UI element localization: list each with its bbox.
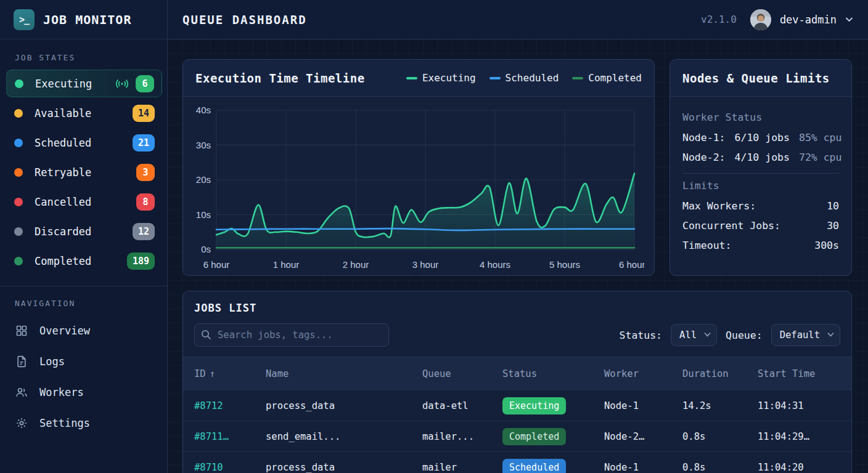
column-header-worker[interactable]: Worker	[604, 368, 682, 379]
sidebar: JOB STATES Executing 6 Available 14 Sche…	[0, 39, 168, 473]
state-count-badge: 6	[136, 75, 154, 92]
nodes-limits-card: Nodes & Queue Limits Worker Status Node-…	[669, 59, 852, 276]
state-color-dot	[14, 227, 23, 236]
state-label: Cancelled	[35, 196, 136, 208]
jobs-list-title: JOBS LIST	[194, 302, 840, 314]
svg-text:1 hour: 1 hour	[273, 259, 300, 270]
column-header-name[interactable]: Name	[266, 368, 422, 379]
avatar[interactable]	[750, 9, 771, 30]
job-duration: 0.8s	[682, 462, 758, 473]
column-header-start-time[interactable]: Start Time	[758, 368, 851, 379]
sidebar-item-settings[interactable]: Settings	[0, 408, 167, 439]
sidebar-item-overview[interactable]: Overview	[0, 315, 167, 346]
job-id-link[interactable]: #8711…	[194, 431, 266, 442]
job-id-link[interactable]: #8712	[194, 400, 266, 411]
state-label: Scheduled	[35, 137, 133, 149]
state-count-badge: 8	[136, 193, 155, 211]
table-row[interactable]: #8710 process_data mailer Scheduled Node…	[183, 451, 851, 473]
app-title: JOB MONITOR	[43, 12, 131, 27]
status-filter-label: Status:	[620, 329, 663, 341]
sort-ascending-icon: ↑	[210, 368, 215, 379]
state-color-dot	[14, 198, 23, 206]
sidebar-job-state-item[interactable]: Executing 6	[6, 70, 162, 97]
node-name: Node-2:	[682, 152, 726, 163]
sidebar-divider	[0, 286, 167, 286]
sidebar-job-state-item[interactable]: Cancelled 8	[6, 188, 162, 216]
limit-name: Max Workers:	[682, 200, 756, 212]
sidebar-job-state-item[interactable]: Available 14	[6, 99, 162, 127]
job-states-section-label: JOB STATES	[0, 53, 167, 62]
status-filter-select[interactable]: All	[671, 324, 717, 346]
version-label: v2.1.0	[701, 14, 737, 25]
search-icon	[201, 329, 211, 340]
job-name: process_data	[266, 400, 422, 411]
sidebar-item-workers[interactable]: Workers	[0, 377, 167, 408]
job-start-time: 11:04:29…	[758, 431, 851, 442]
job-duration: 0.8s	[682, 431, 758, 442]
state-count-badge: 12	[133, 223, 155, 240]
node-status-row: Node-1: 6/10 jobs 85% cpu	[682, 132, 839, 144]
state-color-dot	[15, 79, 23, 88]
state-count-badge: 189	[127, 253, 155, 270]
limit-value: 30	[827, 220, 839, 232]
gear-icon	[15, 417, 28, 429]
table-body: #8712 process_data data-etl Executing No…	[183, 390, 851, 473]
state-count-badge: 14	[133, 105, 155, 122]
job-queue: mailer	[422, 462, 502, 473]
terminal-icon: >_	[14, 9, 35, 30]
sidebar-job-state-item[interactable]: Completed 189	[6, 247, 162, 275]
nav-label: Settings	[39, 417, 90, 429]
column-header-status[interactable]: Status	[502, 368, 604, 379]
nodes-card-title: Nodes & Queue Limits	[682, 71, 830, 85]
chevron-down-icon[interactable]	[845, 17, 853, 22]
state-color-dot	[14, 109, 23, 118]
limit-value: 10	[827, 200, 839, 212]
terminal-glyph: >_	[19, 14, 29, 25]
sidebar-item-logs[interactable]: Logs	[0, 346, 167, 377]
limits-label: Limits	[682, 180, 839, 192]
legend-item-completed: Completed	[572, 72, 642, 84]
chevron-down-icon	[827, 332, 834, 337]
job-name: send_email...	[266, 431, 422, 442]
job-start-time: 11:04:20	[758, 462, 851, 473]
queue-filter-label: Queue:	[726, 329, 763, 341]
navigation-section-label: NAVIGATION	[0, 299, 167, 308]
table-row[interactable]: #8712 process_data data-etl Executing No…	[183, 390, 851, 421]
column-header-queue[interactable]: Queue	[422, 368, 502, 379]
column-header-duration[interactable]: Duration	[682, 368, 758, 379]
state-label: Executing	[35, 78, 115, 90]
column-header-id[interactable]: ID↑	[194, 368, 266, 379]
state-label: Available	[35, 107, 133, 119]
node-name: Node-1:	[682, 132, 726, 144]
chart-legend: Executing Scheduled Completed	[406, 72, 642, 84]
limit-name: Timeout:	[682, 240, 731, 251]
queue-filter-value: Default	[780, 329, 820, 341]
column-label: ID	[194, 368, 206, 379]
sidebar-job-state-item[interactable]: Scheduled 21	[6, 129, 162, 156]
live-activity-icon	[115, 79, 129, 89]
job-worker: Node-2…	[604, 431, 682, 442]
sidebar-job-state-item[interactable]: Discarded 12	[6, 217, 162, 245]
app-brand: >_ JOB MONITOR	[0, 0, 168, 39]
document-icon	[15, 355, 28, 368]
state-color-dot	[14, 139, 23, 147]
worker-status-label: Worker Status	[682, 111, 839, 123]
search-input[interactable]	[194, 323, 389, 347]
legend-label: Executing	[422, 72, 476, 84]
job-id-link[interactable]: #8710	[194, 462, 266, 473]
svg-text:6 hours: 6 hours	[619, 259, 644, 270]
queue-filter-select[interactable]: Default	[771, 324, 840, 346]
svg-text:10s: 10s	[196, 209, 211, 220]
node-jobs: 6/10 jobs	[735, 132, 790, 144]
legend-swatch-scheduled	[489, 77, 501, 79]
timeline-chart: 0s10s20s30s40s6 hour1 hour2 hour3 hour4 …	[183, 97, 654, 278]
table-row[interactable]: #8711… send_email... mailer... Completed…	[183, 421, 851, 451]
state-label: Discarded	[35, 225, 133, 238]
limit-row: Concurrent Jobs: 30	[682, 220, 839, 232]
chevron-down-icon	[704, 332, 711, 337]
sidebar-job-state-item[interactable]: Retryable 3	[6, 158, 162, 186]
table-header-row: ID↑ Name Queue Status Worker Duration St…	[183, 357, 851, 390]
user-menu-label[interactable]: dev-admin	[780, 14, 837, 26]
legend-label: Scheduled	[506, 72, 559, 84]
job-start-time: 11:04:31	[758, 400, 851, 411]
